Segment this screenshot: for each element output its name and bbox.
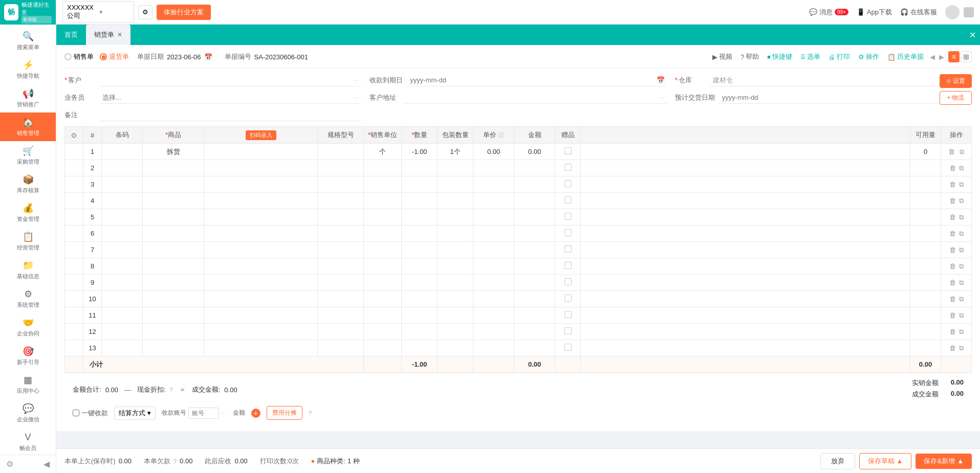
sidebar-item-purchase[interactable]: 🛒 采购管理 (0, 141, 56, 170)
delete-icon[interactable]: 🗑 (949, 246, 956, 254)
sidebar-item-marketing[interactable]: 📢 营销推广 (0, 84, 56, 112)
delete-icon[interactable]: 🗑 (949, 328, 956, 335)
sidebar-item-finance[interactable]: 💰 资金管理 (0, 198, 56, 227)
list-view-btn[interactable]: ≡ (948, 51, 960, 62)
row-gift[interactable] (555, 144, 581, 160)
radio-return[interactable]: 退货单 (100, 52, 129, 61)
tab-home[interactable]: 首页 (56, 25, 86, 45)
bank-account-input[interactable] (188, 408, 219, 419)
copy-icon[interactable]: ⧉ (959, 262, 964, 270)
copy-icon[interactable]: ⧉ (959, 230, 964, 237)
trial-btn[interactable]: 体验行业方案 (157, 5, 211, 20)
shortcut-btn[interactable]: ■ 快捷键 (765, 51, 794, 62)
one-key-pay-check[interactable] (73, 410, 79, 416)
calendar-icon[interactable]: 📅 (204, 53, 212, 61)
one-key-pay-checkbox[interactable]: 一键收款 (73, 409, 108, 418)
sidebar-item-inventory[interactable]: 📦 库存核算 (0, 170, 56, 198)
video-btn[interactable]: ▶ 视频 (710, 51, 734, 62)
company-selector[interactable]: XXXXXX公司 ▾ (62, 1, 134, 23)
add-payment-btn[interactable]: + (251, 409, 260, 418)
payment-due-input[interactable] (407, 74, 654, 86)
salesperson-suffix[interactable]: ··· (352, 94, 361, 101)
sidebar-item-quick-nav[interactable]: ⚡ 快捷导航 (0, 55, 56, 84)
copy-icon[interactable]: ⧉ (959, 311, 964, 319)
message-btn[interactable]: 💬 消息 99+ (809, 8, 848, 17)
delete-icon[interactable]: 🗑 (949, 311, 956, 319)
sidebar-item-wechat[interactable]: 💬 企业微信 (0, 399, 56, 427)
select-btn[interactable]: ☰ 选单 (798, 51, 822, 62)
delete-icon[interactable]: 🗑 (949, 230, 956, 237)
header-gear-button[interactable]: ⚙ (138, 5, 153, 19)
delete-icon[interactable]: 🗑 (949, 213, 956, 221)
app-download-btn[interactable]: 📱 App下载 (857, 8, 892, 17)
tab-sales-order[interactable]: 销货单 ✕ (86, 25, 130, 45)
th-settings[interactable]: ⊙ (65, 127, 83, 144)
settings-icon[interactable]: ⚙ (6, 459, 13, 469)
grid-view-btn[interactable]: ⊞ (961, 51, 972, 62)
copy-icon[interactable]: ⧉ (959, 197, 964, 205)
help-btn[interactable]: ? 帮助 (738, 51, 761, 62)
save-draft-btn[interactable]: 保存草稿 ▲ (859, 453, 912, 469)
sidebar-item-system[interactable]: ⚙ 系统管理 (0, 284, 56, 313)
copy-icon[interactable]: ⧉ (959, 213, 964, 221)
sidebar-item-member[interactable]: V 畅会员 (0, 427, 56, 455)
logistics-btn[interactable]: + 物流 (940, 91, 972, 105)
sidebar-item-collab[interactable]: 🤝 企业协同 (0, 313, 56, 342)
avatar[interactable] (945, 5, 960, 19)
history-btn[interactable]: 📋 历史单据 (885, 51, 926, 62)
collapse-icon[interactable]: ◀ (43, 459, 50, 469)
salesperson-input[interactable] (99, 92, 352, 103)
next-icon[interactable]: ▶ (939, 53, 944, 61)
sidebar-item-search[interactable]: 🔍 搜索菜单 (0, 27, 56, 55)
payment-calendar-icon[interactable]: 📅 (655, 76, 667, 84)
sidebar-item-ops[interactable]: 📋 经营管理 (0, 227, 56, 256)
save-new-btn[interactable]: 保存&新增 ▲ (916, 454, 972, 469)
sidebar-item-apps[interactable]: ▦ 应用中心 (0, 370, 56, 399)
row-price[interactable]: 0.00 (473, 144, 514, 160)
copy-icon[interactable]: ⧉ (959, 344, 964, 352)
row-spec[interactable] (318, 144, 364, 160)
delete-icon[interactable]: 🗑 (949, 164, 956, 172)
total-owe-help[interactable]: ? (173, 458, 177, 464)
radio-sale[interactable]: 销售单 (64, 52, 94, 61)
delete-icon[interactable]: 🗑 (949, 279, 956, 286)
close-all-icon[interactable]: ✕ (969, 30, 976, 40)
fee-help-icon[interactable]: ? (309, 410, 312, 416)
calc-method-select[interactable]: 结算方式 ▾ (114, 407, 156, 420)
customer-input[interactable] (99, 74, 352, 86)
delete-icon[interactable]: 🗑 (948, 148, 955, 155)
fee-split-btn[interactable]: 费用分摊 (267, 406, 302, 420)
address-suffix[interactable]: ··· (657, 94, 667, 101)
discard-btn[interactable]: 放弃 (820, 453, 855, 469)
settings-btn[interactable]: ⊙ 设置 (940, 74, 972, 88)
sidebar-item-basics[interactable]: 📁 基础信息 (0, 256, 56, 284)
scan-btn[interactable]: 扫码录入 (246, 130, 276, 140)
service-btn[interactable]: 🎧 在线客服 (900, 8, 937, 17)
ops-btn[interactable]: ⚙ 操作 (856, 51, 881, 62)
delivery-date-input[interactable] (719, 92, 960, 103)
copy-icon[interactable]: ⧉ (959, 279, 964, 286)
copy-icon[interactable]: ⧉ (959, 328, 964, 335)
bank-suffix[interactable]: ··· (221, 409, 227, 417)
copy-icon[interactable]: ⧉ (959, 246, 964, 254)
customer-address-input[interactable] (404, 92, 657, 103)
user-menu[interactable] (964, 7, 974, 17)
copy-icon[interactable]: ⧉ (960, 148, 964, 155)
print-btn[interactable]: 🖨 打印 (826, 51, 852, 62)
customer-suffix[interactable]: ··· (352, 76, 361, 84)
row-qty[interactable]: -1.00 (402, 144, 438, 160)
help-icon-calc[interactable]: ? (170, 387, 173, 393)
copy-icon[interactable]: ⧉ (959, 164, 964, 172)
tab-close-icon[interactable]: ✕ (117, 31, 122, 38)
sidebar-item-guide[interactable]: 🎯 新手引导 (0, 342, 56, 370)
sidebar-item-sales[interactable]: 🏠 销售管理 (0, 112, 56, 141)
delete-icon[interactable]: 🗑 (949, 181, 956, 188)
delete-icon[interactable]: 🗑 (949, 344, 956, 352)
copy-icon[interactable]: ⧉ (959, 295, 964, 303)
row-barcode[interactable] (102, 144, 143, 160)
warehouse-input[interactable] (710, 74, 962, 86)
prev-icon[interactable]: ◀ (930, 53, 935, 61)
remarks-input[interactable] (99, 109, 361, 121)
delete-icon[interactable]: 🗑 (949, 197, 956, 205)
delete-icon[interactable]: 🗑 (949, 295, 956, 303)
